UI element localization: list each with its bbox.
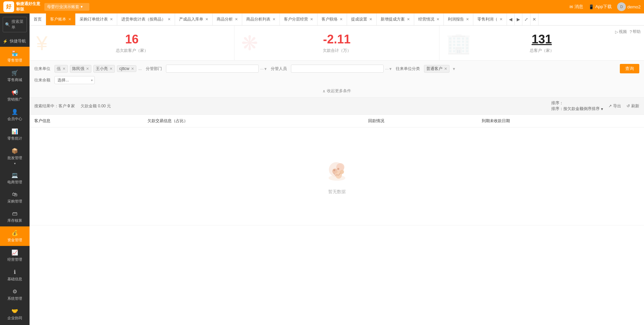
- query-button[interactable]: 查询: [620, 64, 639, 73]
- message-btn[interactable]: ✉ 消息: [569, 4, 583, 10]
- sidebar-item-retail-stats[interactable]: 📊 零售统计: [0, 125, 30, 144]
- top-bar: 好 畅捷通好生意 标版 母婴行业演示账套 ▾ ✉ 消息 📱 App下载 D: [0, 0, 644, 13]
- tab-retail-profit[interactable]: 零售利润（ ✕: [473, 13, 507, 26]
- refresh-btn[interactable]: ↺ 刷新: [627, 100, 639, 112]
- tab-customer-segment[interactable]: 客户分层经营 ✕: [280, 13, 317, 26]
- tab-inbound-stats[interactable]: 进货单统计表（按商品） ✕: [117, 13, 175, 26]
- tab-new-promotion[interactable]: 新增提成方案 ✕: [377, 13, 414, 26]
- avatar: D: [617, 2, 626, 11]
- tab-customer-contact[interactable]: 客户联络 ✕: [317, 13, 347, 26]
- tab-profit-report[interactable]: 利润报告 ✕: [444, 13, 473, 26]
- tab-close-production[interactable]: ✕: [205, 17, 208, 22]
- sidebar-item-system[interactable]: ⚙ 系统管理: [0, 285, 30, 304]
- tab-home[interactable]: 首页: [30, 13, 46, 26]
- sidebar-item-quick-nav[interactable]: ⚡ 快捷导航: [0, 36, 30, 47]
- filter-tag-chen: 陈民强 ✕: [70, 65, 91, 73]
- page-content: ¥ 16 总欠款客户（家） ❋ -2.11 欠款合计（万）: [30, 26, 644, 325]
- svg-point-7: [337, 168, 339, 170]
- svg-point-6: [333, 169, 335, 171]
- operations-icon: 📈: [11, 249, 18, 256]
- tab-nav-prev[interactable]: ◀: [507, 13, 515, 26]
- tag-close-wu[interactable]: ✕: [62, 67, 66, 71]
- tab-close-promotion[interactable]: ✕: [369, 17, 372, 22]
- department-dropdown-icon[interactable]: ▾: [264, 66, 267, 71]
- stat-content-3: 131 总客户（家）: [530, 32, 554, 53]
- department-more-icon: ···: [260, 66, 264, 71]
- sidebar-item-inventory[interactable]: 🗃 库存核算: [0, 207, 30, 226]
- logo-text: 畅捷通好生意 标版: [16, 1, 40, 12]
- filter-tag-cjttcw: cjttcw ✕: [117, 65, 136, 72]
- tab-close-all-btn[interactable]: ✕: [530, 13, 539, 26]
- tab-customer-account[interactable]: 客户账本 ✕: [46, 13, 76, 26]
- table-header: 客户信息 欠款交易信息（占比） 回款情况 到期未收款日期: [30, 115, 644, 128]
- tab-product-analysis[interactable]: 商品分析 ✕: [213, 13, 242, 26]
- sidebar-item-ecommerce[interactable]: 💻 电商管理: [0, 169, 30, 188]
- tab-close-customer-account[interactable]: ✕: [68, 17, 71, 22]
- person-input[interactable]: [291, 65, 384, 73]
- remaining-select[interactable]: 选择...: [54, 76, 95, 84]
- filter-tags-unit: 伍 ✕ 陈民强 ✕ 王小亮 ✕: [54, 65, 142, 73]
- filter-more-tags[interactable]: ...: [138, 66, 142, 71]
- refresh-icon: ↺: [627, 104, 630, 108]
- video-btn[interactable]: ▷ 视频: [615, 29, 627, 35]
- tab-purchase-order-stats[interactable]: 采购订单统计表 ✕: [76, 13, 117, 26]
- tab-nav-next[interactable]: ▶: [515, 13, 522, 26]
- sidebar-item-purchase[interactable]: 🛍 采购管理: [0, 188, 30, 207]
- tab-close-profit[interactable]: ✕: [466, 17, 469, 22]
- play-icon: ▷: [615, 30, 618, 34]
- sidebar-item-retail-mgmt[interactable]: 🏪 零售管理: [0, 47, 30, 66]
- svg-point-5: [340, 170, 344, 174]
- tab-promotion[interactable]: 提成设置 ✕: [347, 13, 377, 26]
- sidebar-item-marketing[interactable]: 📢 营销推广: [0, 86, 30, 105]
- sidebar-item-cooperation[interactable]: 🤝 企业协同: [0, 304, 30, 324]
- tag-close-wang[interactable]: ✕: [110, 67, 113, 71]
- unit-class-dropdown-icon[interactable]: ▾: [453, 66, 455, 71]
- tab-close-business[interactable]: ✕: [436, 17, 439, 22]
- unit-label: 往来单位: [34, 66, 50, 72]
- person-dropdown-icon[interactable]: ▾: [389, 66, 392, 71]
- tab-close-contact[interactable]: ✕: [340, 17, 343, 22]
- sidebar: 🔍 搜索菜单 ⚡ 快捷导航 🏪 零售管理 🛒 零售商城 📢 营销推广: [0, 13, 30, 325]
- tab-expand-btn[interactable]: ⤢: [522, 13, 530, 26]
- tag-close-chen[interactable]: ✕: [86, 67, 89, 71]
- export-btn[interactable]: ↗ 导出: [608, 100, 621, 112]
- account-selector[interactable]: 母婴行业演示账套 ▾: [44, 3, 89, 11]
- sidebar-item-retail-mall[interactable]: 🛒 零售商城: [0, 66, 30, 86]
- sidebar-search-btn[interactable]: 🔍 搜索菜单: [3, 17, 27, 32]
- tab-production[interactable]: 产成品入库单 ✕: [175, 13, 213, 26]
- table-header-row: 客户信息 欠款交易信息（占比） 回款情况 到期未收款日期: [30, 115, 644, 128]
- user-profile-btn[interactable]: D demo2: [617, 2, 641, 11]
- tag-close-cjttcw[interactable]: ✕: [131, 67, 134, 71]
- tab-close-product-list[interactable]: ✕: [272, 17, 275, 22]
- filter-row-2: 往来余额 选择... ▾: [34, 76, 639, 84]
- help-btn[interactable]: ? 帮助: [630, 29, 641, 35]
- tab-close-purchase[interactable]: ✕: [110, 17, 113, 22]
- tab-product-list[interactable]: 商品分析列表 ✕: [242, 13, 280, 26]
- sidebar-item-member-center[interactable]: 👤 会员中心: [0, 105, 30, 125]
- sidebar-item-basic-info[interactable]: ℹ 基础信息: [0, 265, 30, 285]
- table-wrapper: 客户信息 欠款交易信息（占比） 回款情况 到期未收款日期: [30, 115, 644, 225]
- tab-bar: 首页 客户账本 ✕ 采购订单统计表 ✕ 进货单统计表（按商品） ✕ 产成品入库单…: [30, 13, 644, 26]
- tag-close-normal[interactable]: ✕: [444, 67, 447, 71]
- stat-label-customers: 总欠款客户（家）: [116, 48, 148, 53]
- tab-close-new-promotion[interactable]: ✕: [407, 17, 410, 22]
- sidebar-item-batch-mgmt[interactable]: 📦 批发管理 ▾: [0, 144, 30, 169]
- app-download-btn[interactable]: 📱 App下载: [589, 4, 612, 10]
- tab-close-retail[interactable]: ✕: [500, 17, 503, 22]
- stat-value-total: 131: [530, 32, 554, 46]
- tab-close-inbound[interactable]: ✕: [168, 17, 171, 22]
- person-input-wrapper: ··· ▾: [291, 65, 392, 73]
- department-input-wrapper: ··· ▾: [166, 65, 267, 73]
- department-input[interactable]: [166, 65, 259, 73]
- tab-close-segment[interactable]: ✕: [310, 17, 313, 22]
- collapse-btn[interactable]: ∧ 收起更多条件: [323, 88, 351, 94]
- unit-class-label: 往来单位分类: [396, 66, 420, 72]
- empty-text: 暂无数据: [328, 189, 346, 195]
- tab-business[interactable]: 经营情况 ✕: [414, 13, 444, 26]
- sidebar-item-operations[interactable]: 📈 经营管理: [0, 246, 30, 265]
- chevron-down-icon: ▾: [81, 4, 83, 9]
- top-bar-right: ✉ 消息 📱 App下载 D demo2: [569, 2, 641, 11]
- sort-btn[interactable]: 排序：按欠款金额倒序排序 ▾: [551, 106, 603, 112]
- sidebar-item-capital[interactable]: 💰 资金管理: [0, 226, 30, 246]
- tab-close-product-analysis[interactable]: ✕: [235, 17, 238, 22]
